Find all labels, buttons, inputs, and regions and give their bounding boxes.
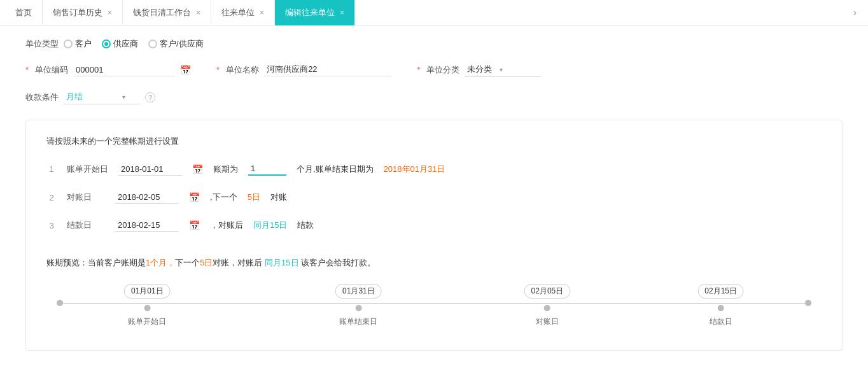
preview-highlight3: 同月15日: [265, 258, 298, 267]
row-label-1: 账单开始日: [67, 164, 108, 175]
unit-code-star: *: [25, 65, 29, 74]
end-date-highlight: 2018年01月31日: [384, 164, 445, 175]
payment-day-highlight: 同月15日: [253, 220, 287, 231]
tab-cashflow-label: 钱货日清工作台: [133, 7, 191, 18]
setting-row-3: 3 结款日 📅 ，对账后 同月15日 结款: [46, 219, 822, 232]
timeline-label-4: 结款日: [697, 316, 744, 327]
reconcile-suffix: 对账: [270, 192, 287, 203]
radio-customer[interactable]: 客户: [64, 38, 92, 50]
timeline-right-dot: [805, 300, 811, 306]
radio-supplier[interactable]: 供应商: [102, 38, 138, 50]
timeline-dot-2: [355, 305, 361, 311]
radio-both[interactable]: 客户/供应商: [148, 38, 204, 50]
unit-code-input[interactable]: [73, 64, 175, 76]
unit-type-field: 单位类型 客户 供应商 客户/供应商: [25, 38, 204, 50]
unit-code-calendar-icon[interactable]: 📅: [180, 65, 191, 75]
tab-cashflow-close[interactable]: ×: [196, 8, 200, 17]
row-number-1: 1: [46, 164, 57, 174]
timeline-label-3: 对账日: [524, 316, 571, 327]
preview-suffix: 该客户会给我打款。: [301, 258, 375, 267]
start-date-calendar-icon[interactable]: 📅: [192, 164, 203, 174]
tabs-bar: 首页 销售订单历史 × 钱货日清工作台 × 往来单位 × 编辑往来单位 × ›: [0, 0, 868, 25]
timeline-left-dot: [57, 300, 63, 306]
timeline-date-2: 01月31日: [335, 284, 382, 299]
timeline: 01月01日 账单开始日 01月31日 账单结束日 02月05日 对账日: [57, 284, 811, 335]
unit-name-field: * 单位名称: [216, 64, 391, 76]
tab-edit-partner[interactable]: 编辑往来单位 ×: [275, 0, 355, 25]
preview-text: 账期预览：当前客户账期是1个月，下一个5日对账，对账后 同月15日 该客户会给我…: [46, 257, 822, 269]
timeline-date-4: 02月15日: [697, 284, 744, 299]
reconcile-prefix: ,下一个: [210, 192, 237, 203]
radio-supplier-circle: [102, 39, 111, 48]
tab-sales-history-close[interactable]: ×: [108, 8, 112, 17]
radio-both-label: 客户/供应商: [160, 38, 204, 50]
payment-condition-value: 月结: [66, 91, 117, 102]
timeline-label-2: 账单结束日: [335, 316, 382, 327]
payment-date-input[interactable]: [115, 219, 179, 232]
setting-row-1: 1 账单开始日 📅 账期为 个月,账单结束日期为 2018年01月31日: [46, 162, 822, 176]
main-content: 单位类型 客户 供应商 客户/供应商 * 单位编码: [0, 25, 868, 387]
row-label-3: 结款日: [67, 220, 105, 231]
tab-sales-history-label: 销售订单历史: [53, 7, 102, 18]
payment-condition-dropdown[interactable]: 月结 ▾: [64, 90, 140, 104]
payment-date-calendar-icon[interactable]: 📅: [189, 220, 200, 230]
row-number-2: 2: [46, 193, 57, 202]
payment-condition-row: 收款条件 月结 ▾ ?: [25, 90, 843, 104]
timeline-node-1: 01月01日 账单开始日: [124, 284, 171, 327]
timeline-date-1: 01月01日: [124, 284, 171, 299]
unit-name-star: *: [216, 65, 220, 74]
settings-box: 请按照未来的一个完整帐期进行设置 1 账单开始日 📅 账期为 个月,账单结束日期…: [25, 120, 843, 351]
preview-middle: 下一个: [175, 258, 200, 267]
tab-home-label: 首页: [15, 7, 32, 18]
tab-partner[interactable]: 往来单位 ×: [211, 0, 275, 25]
payment-condition-arrow-icon: ▾: [122, 94, 125, 101]
payment-condition-label: 收款条件: [25, 92, 59, 103]
reconcile-day-highlight: 5日: [248, 192, 260, 203]
timeline-dot-1: [144, 305, 150, 311]
unit-code-field: * 单位编码 📅: [25, 64, 191, 76]
payment-prefix: ，对账后: [210, 220, 243, 231]
unit-type-radio-group: 客户 供应商 客户/供应商: [64, 38, 204, 50]
preview-section: 账期预览：当前客户账期是1个月，下一个5日对账，对账后 同月15日 该客户会给我…: [46, 247, 822, 335]
unit-class-label: 单位分类: [426, 64, 459, 76]
radio-both-circle: [148, 39, 157, 48]
period-label: 账期为: [213, 164, 238, 175]
unit-type-row: 单位类型 客户 供应商 客户/供应商: [25, 38, 843, 50]
tab-edit-partner-close[interactable]: ×: [340, 8, 344, 17]
preview-highlight2: 5日: [200, 258, 213, 267]
tab-partner-close[interactable]: ×: [260, 8, 264, 17]
timeline-dot-4: [718, 305, 724, 311]
tab-sales-history[interactable]: 销售订单历史 ×: [43, 0, 123, 25]
preview-prefix: 账期预览：当前客户账期是: [46, 258, 146, 267]
row-label-2: 对账日: [67, 192, 105, 203]
unit-name-input[interactable]: [264, 64, 391, 76]
row-number-3: 3: [46, 221, 57, 230]
unit-name-label: 单位名称: [226, 64, 259, 76]
unit-class-value: 未分类: [467, 64, 492, 75]
month-suffix: 个月,账单结束日期为: [297, 164, 374, 175]
tab-home[interactable]: 首页: [5, 0, 43, 25]
radio-supplier-label: 供应商: [113, 38, 138, 50]
more-tabs-button[interactable]: ›: [847, 7, 863, 18]
timeline-node-4: 02月15日 结款日: [697, 284, 744, 327]
preview-highlight1: 1个月，: [146, 258, 175, 267]
payment-suffix: 结款: [297, 220, 314, 231]
reconcile-date-calendar-icon[interactable]: 📅: [189, 192, 200, 202]
radio-customer-label: 客户: [75, 38, 92, 50]
timeline-node-3: 02月05日 对账日: [524, 284, 571, 327]
timeline-dot-3: [544, 305, 550, 311]
start-date-input[interactable]: [118, 163, 182, 176]
month-input[interactable]: [248, 162, 286, 176]
timeline-date-3: 02月05日: [524, 284, 571, 299]
timeline-node-2: 01月31日 账单结束日: [335, 284, 382, 327]
reconcile-date-input[interactable]: [115, 191, 179, 204]
unit-type-label: 单位类型: [25, 38, 59, 50]
setting-row-2: 2 对账日 📅 ,下一个 5日 对账: [46, 191, 822, 204]
radio-customer-circle: [64, 39, 73, 48]
tab-cashflow[interactable]: 钱货日清工作台 ×: [123, 0, 211, 25]
help-icon[interactable]: ?: [145, 92, 155, 102]
unit-code-label: 单位编码: [35, 64, 68, 76]
unit-class-star: *: [417, 65, 420, 74]
unit-class-dropdown[interactable]: 未分类 ▾: [465, 62, 541, 77]
timeline-label-1: 账单开始日: [124, 316, 171, 327]
